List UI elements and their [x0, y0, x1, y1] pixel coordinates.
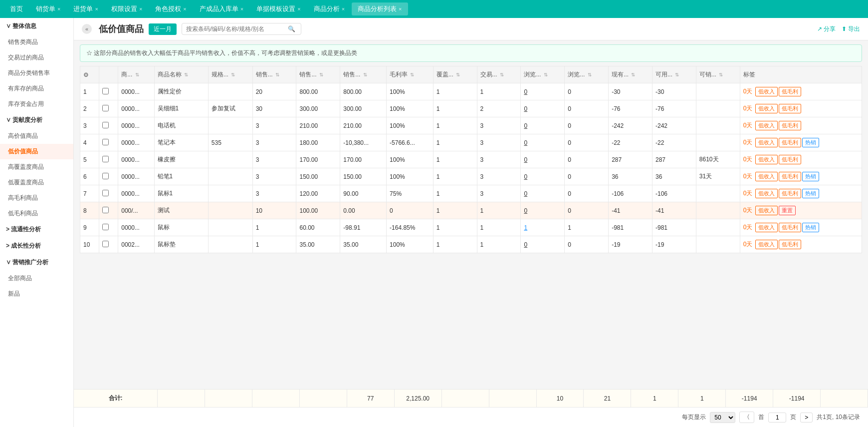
cell-2-6: 210.00	[296, 117, 340, 134]
nav-close-icon[interactable]: ×	[240, 6, 243, 12]
row-checkbox[interactable]	[102, 207, 109, 213]
cell-8-1[interactable]	[99, 219, 118, 236]
col-header-8[interactable]: 毛利率 ⇅	[387, 66, 434, 83]
row-checkbox[interactable]	[102, 224, 109, 230]
col-header-11[interactable]: 浏览... ⇅	[521, 66, 565, 83]
sidebar-item-高覆盖度商品[interactable]: 高覆盖度商品	[0, 159, 73, 175]
col-header-14[interactable]: 可用... ⇅	[652, 66, 696, 83]
nav-close-icon[interactable]: ×	[183, 6, 186, 12]
sidebar-item-高价值商品[interactable]: 高价值商品	[0, 128, 73, 144]
cell-9-1[interactable]	[99, 236, 118, 253]
sidebar-item-交易过的商品[interactable]: 交易过的商品	[0, 50, 73, 65]
tag-低收入: 低收入	[755, 104, 778, 113]
nav-close-icon[interactable]: ×	[297, 6, 300, 12]
filter-month-btn[interactable]: 近一月	[149, 23, 177, 35]
row-checkbox[interactable]	[102, 122, 109, 128]
row-checkbox[interactable]	[102, 105, 109, 111]
total-sale-amt: 2,125.00	[395, 390, 442, 407]
sidebar-item-全部商品[interactable]: 全部商品	[0, 271, 73, 286]
col-header-6[interactable]: 销售... ⇅	[296, 66, 340, 83]
nav-close-icon[interactable]: ×	[399, 6, 402, 12]
page-number-input[interactable]	[768, 413, 786, 423]
nav-close-icon[interactable]: ×	[342, 6, 345, 12]
sidebar-group-∨ 整体信息[interactable]: ∨ 整体信息	[0, 18, 73, 34]
cell-5-4	[208, 168, 252, 185]
sidebar-item-高毛利商品[interactable]: 高毛利商品	[0, 190, 73, 206]
cell-3-11: 0	[521, 134, 565, 151]
nav-item-首页[interactable]: 首页	[4, 2, 29, 15]
nav-item-商品分析列表[interactable]: 商品分析列表×	[352, 2, 408, 15]
row-checkbox[interactable]	[102, 241, 109, 247]
col-header-15[interactable]: 可销... ⇅	[696, 66, 740, 83]
col-header-12[interactable]: 浏览... ⇅	[565, 66, 609, 83]
col-header-4[interactable]: 规格... ⇅	[208, 66, 252, 83]
share-btn[interactable]: ↗ 分享	[817, 25, 836, 33]
browse-value: 0	[524, 88, 527, 95]
cell-6-3: 鼠标1	[154, 185, 208, 202]
nav-close-icon[interactable]: ×	[95, 6, 98, 12]
next-page-btn[interactable]: >	[800, 413, 813, 423]
sidebar-collapse-btn[interactable]: «	[82, 24, 92, 34]
cell-2-5: 3	[252, 117, 296, 134]
sidebar-group-∨ 营销推广分析[interactable]: ∨ 营销推广分析	[0, 254, 73, 271]
sidebar-item-低价值商品[interactable]: 低价值商品	[0, 144, 73, 159]
sidebar-item-低覆盖度商品[interactable]: 低覆盖度商品	[0, 175, 73, 190]
cell-2-1[interactable]	[99, 117, 118, 134]
cell-1-7: 300.00	[340, 100, 387, 117]
per-page-select[interactable]: 50 100 200	[710, 412, 735, 423]
col-header-9[interactable]: 覆盖... ⇅	[433, 66, 477, 83]
row-checkbox[interactable]	[102, 139, 109, 145]
col-header-2[interactable]: 商... ⇅	[118, 66, 154, 83]
col-header-7[interactable]: 销售... ⇅	[340, 66, 387, 83]
sidebar-item-有库存的商品[interactable]: 有库存的商品	[0, 81, 73, 96]
sidebar-item-低毛利商品[interactable]: 低毛利商品	[0, 206, 73, 221]
sidebar-item-新品[interactable]: 新品	[0, 286, 73, 302]
nav-close-icon[interactable]: ×	[139, 6, 142, 12]
nav-item-角色授权[interactable]: 角色授权×	[149, 2, 192, 15]
nav-item-销货单[interactable]: 销货单×	[30, 2, 66, 15]
nav-item-权限设置[interactable]: 权限设置×	[105, 2, 148, 15]
tag-低收入: 低收入	[755, 206, 778, 215]
cell-4-1[interactable]	[99, 151, 118, 168]
cell-5-10: 3	[477, 168, 521, 185]
nav-close-icon[interactable]: ×	[57, 6, 60, 12]
tag-低收入: 低收入	[755, 240, 778, 249]
sidebar-group-> 流通性分析[interactable]: > 流通性分析	[0, 221, 73, 238]
sidebar-item-销售类商品[interactable]: 销售类商品	[0, 34, 73, 50]
search-input[interactable]	[186, 25, 286, 32]
row-checkbox[interactable]	[102, 156, 109, 162]
row-checkbox[interactable]	[102, 190, 109, 196]
row-checkbox[interactable]	[102, 173, 109, 179]
nav-item-产成品入库单[interactable]: 产成品入库单×	[194, 2, 249, 15]
cell-5-1[interactable]	[99, 168, 118, 185]
sidebar-item-库存资金占用[interactable]: 库存资金占用	[0, 96, 73, 112]
export-btn[interactable]: ⬆ 导出	[842, 25, 860, 33]
cell-6-1[interactable]	[99, 185, 118, 202]
col-header-10[interactable]: 交易... ⇅	[477, 66, 521, 83]
cell-0-1[interactable]	[99, 83, 118, 100]
cell-5-11: 0	[521, 168, 565, 185]
browse-link[interactable]: 1	[524, 224, 527, 231]
cell-4-4	[208, 151, 252, 168]
col-header-13[interactable]: 现有... ⇅	[609, 66, 652, 83]
sidebar-group-∨ 贡献度分析[interactable]: ∨ 贡献度分析	[0, 112, 73, 128]
first-page-btn[interactable]: 〈	[739, 412, 754, 423]
table-container[interactable]: ⚙商... ⇅商品名称 ⇅规格... ⇅销售... ⇅销售... ⇅销售... …	[74, 66, 868, 389]
cell-3-1[interactable]	[99, 134, 118, 151]
col-header-3[interactable]: 商品名称 ⇅	[154, 66, 208, 83]
nav-item-单据模板设置[interactable]: 单据模板设置×	[250, 2, 306, 15]
row-checkbox[interactable]	[102, 88, 109, 94]
cell-7-1[interactable]	[99, 202, 118, 219]
cell-6-12: 0	[565, 185, 609, 202]
nav-item-商品分析[interactable]: 商品分析×	[308, 2, 351, 15]
cell-8-11[interactable]: 1	[521, 219, 565, 236]
cell-1-1[interactable]	[99, 100, 118, 117]
cell-0-7: 800.00	[340, 83, 387, 100]
sidebar-item-商品分类销售率[interactable]: 商品分类销售率	[0, 65, 73, 81]
search-icon[interactable]: 🔍	[288, 25, 295, 32]
nav-item-进货单[interactable]: 进货单×	[67, 2, 104, 15]
page-label: 页	[790, 413, 796, 422]
sidebar-group-> 成长性分析[interactable]: > 成长性分析	[0, 238, 73, 254]
cell-2-8: 100%	[387, 117, 434, 134]
col-header-5[interactable]: 销售... ⇅	[252, 66, 296, 83]
